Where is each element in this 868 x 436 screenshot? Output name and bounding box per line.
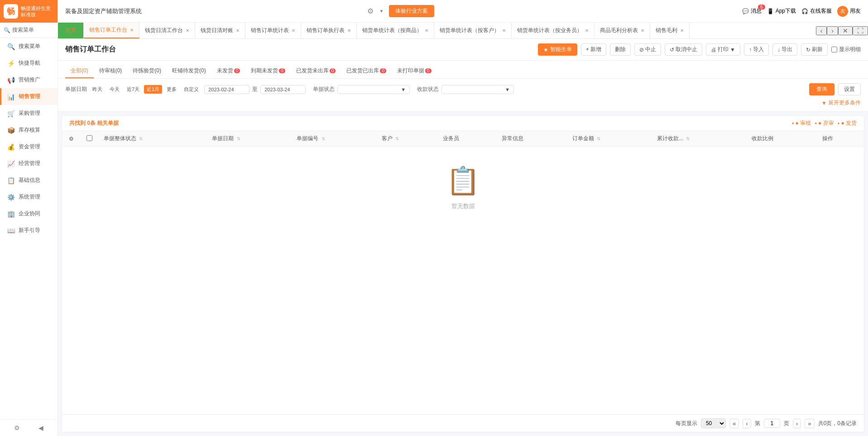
sidebar-collapse-icon[interactable]: ◀ <box>37 424 45 431</box>
sidebar-search[interactable]: 🔍 搜索菜单 <box>0 23 58 38</box>
export-btn[interactable]: ↓ 导出 <box>772 43 797 56</box>
sidebar-item-purchase[interactable]: 🛒采购管理 <box>0 105 58 122</box>
star-icon: ★ <box>543 47 548 53</box>
sidebar-item-guide[interactable]: 📖新手引导 <box>0 222 58 239</box>
sidebar-item-operations[interactable]: 📈经营管理 <box>0 155 58 172</box>
number-sort-icon[interactable]: ⇅ <box>321 136 325 141</box>
tab-fullscreen-btn[interactable]: ⛶ <box>853 26 868 35</box>
tab-close-sales-exec-table[interactable]: ✕ <box>347 28 351 33</box>
sidebar-item-inventory[interactable]: 📦库存核算 <box>0 122 58 138</box>
topbar-dropdown-icon[interactable]: ▼ <box>379 9 384 14</box>
tab-next-btn[interactable]: › <box>827 26 838 35</box>
query-btn[interactable]: 查询 <box>809 83 834 95</box>
status-sort-icon[interactable]: ⇅ <box>139 136 143 141</box>
date-sort-icon[interactable]: ⇅ <box>237 136 240 141</box>
last-page-btn[interactable]: » <box>805 419 814 428</box>
tab-sales-stat-table[interactable]: 销售订单统计表✕ <box>245 23 301 38</box>
page-number-input[interactable] <box>764 419 780 428</box>
refresh-btn[interactable]: ↻ 刷新 <box>801 43 828 56</box>
filter-badge-delivered-in: 0 <box>380 68 386 73</box>
sidebar-settings-icon[interactable]: ⚙ <box>12 424 22 431</box>
suspend-btn[interactable]: ⊘ 中止 <box>634 43 661 56</box>
tab-close-profit-analysis[interactable]: ✕ <box>641 28 644 33</box>
tab-cash-reconcile[interactable]: 钱货日清对账✕ <box>195 23 245 38</box>
sidebar-item-system[interactable]: ⚙️系统管理 <box>0 189 58 205</box>
tab-profit-analysis[interactable]: 商品毛利分析表✕ <box>595 23 650 38</box>
topbar-gear-icon[interactable]: ⚙ <box>367 7 374 15</box>
date-btn-custom[interactable]: 自定义 <box>181 85 201 94</box>
topbar-online-service[interactable]: 🎧 在线客服 <box>801 7 832 15</box>
import-btn[interactable]: ↑ 导入 <box>744 43 769 56</box>
topbar-user[interactable]: 友 用友 <box>837 6 861 17</box>
tab-close-all-btn[interactable]: ✕ <box>838 26 853 35</box>
filter-tab-delivered-in[interactable]: 已发货已出库0 <box>341 64 392 78</box>
expand-conditions-btn[interactable]: ▼ 展开更多条件 <box>821 99 861 107</box>
amount-sort-icon[interactable]: ⇅ <box>597 136 600 141</box>
payment-select[interactable]: ▼ <box>441 85 514 94</box>
filter-tab-wangpu-deliver[interactable]: 旺铺待发货(0) <box>167 64 211 78</box>
date-btn-7days[interactable]: 近7天 <box>124 85 142 94</box>
select-all-checkbox[interactable] <box>86 135 92 141</box>
first-page-btn[interactable]: « <box>729 419 739 428</box>
date-btn-today[interactable]: 今天 <box>107 85 122 94</box>
per-page-select[interactable]: 10 20 50 100 <box>701 418 726 428</box>
collected-sort-icon[interactable]: ⇅ <box>686 136 690 141</box>
tab-sales-stat-staff[interactable]: 销货单统计表（按业务员）✕ <box>512 23 595 38</box>
tab-close-cash-daily[interactable]: ✕ <box>186 28 189 33</box>
filter-tab-not-printed[interactable]: 未打印单据0 <box>392 64 437 78</box>
tab-close-cash-reconcile[interactable]: ✕ <box>236 28 240 33</box>
topbar-industry-btn[interactable]: 体验行业方案 <box>389 5 434 17</box>
delete-btn[interactable]: 删除 <box>610 43 631 56</box>
tab-sales-stat-product[interactable]: 销货单统计表（按商品）✕ <box>357 23 434 38</box>
tab-close-sales-stat-table[interactable]: ✕ <box>292 28 295 33</box>
column-settings-icon[interactable]: ⚙ <box>69 136 74 142</box>
sidebar-item-quick[interactable]: ⚡快捷导航 <box>0 55 58 71</box>
prev-page-btn[interactable]: ‹ <box>743 419 751 428</box>
sidebar-item-basic-info[interactable]: 📋基础信息 <box>0 172 58 189</box>
date-from-input[interactable] <box>204 85 249 94</box>
date-btn-1month[interactable]: 近1月 <box>144 85 162 94</box>
show-detail-checkbox[interactable] <box>831 47 837 52</box>
next-page-btn[interactable]: › <box>793 419 801 428</box>
sidebar-item-enterprise[interactable]: 🏢企业协同 <box>0 205 58 222</box>
tab-close-sales-stat-staff[interactable]: ✕ <box>585 28 589 33</box>
filter-tab-not-delivered[interactable]: 未发货0 <box>211 64 246 78</box>
tab-home[interactable]: 首页 <box>58 23 84 38</box>
tab-sales-gross[interactable]: 销售毛利✕ <box>650 23 690 38</box>
topbar-message[interactable]: 💬 消息 6 <box>742 7 762 15</box>
sidebar-item-search[interactable]: 🔍搜索菜单 <box>0 38 58 55</box>
filter-tab-delivered-not-in[interactable]: 已发货未出库0 <box>291 64 341 78</box>
settings-btn[interactable]: 设置 <box>838 83 861 95</box>
tab-sales-exec-table[interactable]: 销售订单执行表✕ <box>301 23 357 38</box>
table-toolbar: 共找到 0条 相关单据 ● 审核 ● 弃审 ● 发货 <box>62 116 864 131</box>
filter-tab-pending-check[interactable]: 待拣验货(0) <box>127 64 167 78</box>
tab-sales-workbench[interactable]: 销售订单工作台✕ <box>84 23 139 38</box>
smart-generate-btn[interactable]: ★ 智能生单 <box>538 43 577 56</box>
abandon-review-btn[interactable]: ● 弃审 <box>815 119 834 127</box>
sidebar-item-sales[interactable]: 📊销售管理 <box>0 88 58 105</box>
filter-tab-pending-review[interactable]: 待审核(0) <box>94 64 128 78</box>
status-select[interactable]: ▼ <box>337 85 410 94</box>
add-btn[interactable]: + 新增 <box>581 43 606 56</box>
deliver-btn[interactable]: ● 发货 <box>838 119 857 127</box>
tab-prev-btn[interactable]: ‹ <box>816 26 827 35</box>
print-btn[interactable]: 🖨 打印 ▼ <box>706 43 740 56</box>
tab-cash-daily[interactable]: 钱货日清工作台✕ <box>139 23 195 38</box>
topbar-app-download[interactable]: 📱 App下载 <box>767 7 796 15</box>
filter-tab-overdue-deliver[interactable]: 到期未发货0 <box>245 64 291 78</box>
sidebar-item-finance[interactable]: 💰资金管理 <box>0 138 58 155</box>
tab-close-sales-workbench[interactable]: ✕ <box>130 28 134 33</box>
sidebar-item-marketing-promo[interactable]: 📢营销推广 <box>0 71 58 88</box>
review-btn[interactable]: ● 审核 <box>792 119 811 127</box>
date-btn-more[interactable]: 更多 <box>164 85 179 94</box>
customer-sort-icon[interactable]: ⇅ <box>395 136 399 141</box>
date-btn-yesterday[interactable]: 昨天 <box>90 85 105 94</box>
payment-label: 收款状态 <box>417 85 439 93</box>
tab-close-sales-gross[interactable]: ✕ <box>680 28 684 33</box>
tab-sales-stat-customer[interactable]: 销货单统计表（按客户）✕ <box>434 23 512 38</box>
cancel-suspend-btn[interactable]: ↺ 取消中止 <box>665 43 702 56</box>
date-to-input[interactable] <box>260 85 306 94</box>
tab-close-sales-stat-customer[interactable]: ✕ <box>502 28 506 33</box>
tab-close-sales-stat-product[interactable]: ✕ <box>425 28 428 33</box>
filter-tab-all[interactable]: 全部(0) <box>65 64 94 78</box>
